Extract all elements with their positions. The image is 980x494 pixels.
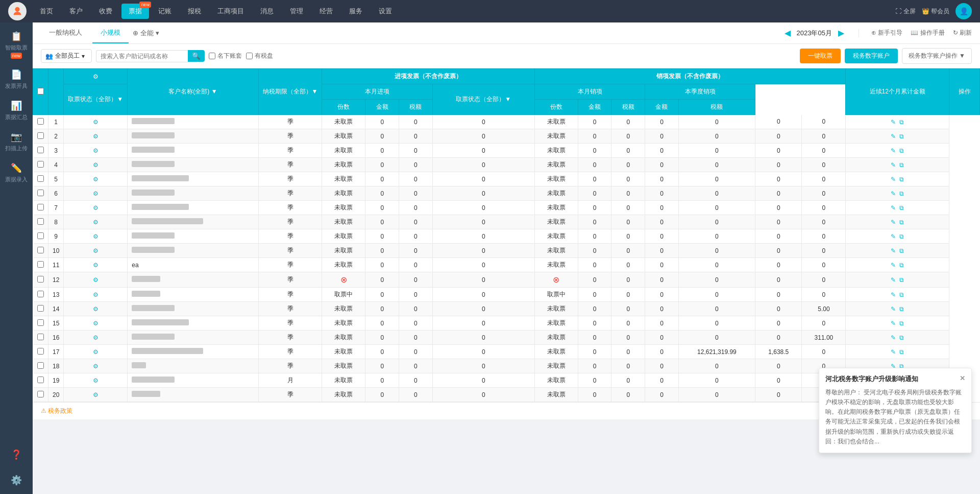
nav-messages[interactable]: 消息 xyxy=(253,4,281,19)
tax-policy-link[interactable]: ⚠ 税务政策 xyxy=(41,407,72,415)
nav-tickets[interactable]: 票据 new xyxy=(121,4,149,19)
nav-customer[interactable]: 客户 xyxy=(62,4,90,19)
row-checkbox[interactable] xyxy=(37,232,44,239)
row-checkbox[interactable] xyxy=(37,334,44,340)
row-copy-btn[interactable]: ⧉ xyxy=(899,233,904,240)
row-checkbox[interactable] xyxy=(37,247,44,253)
row-copy-btn[interactable]: ⧉ xyxy=(899,219,904,226)
row-checkbox[interactable] xyxy=(37,175,44,182)
refresh-btn[interactable]: ↻ 刷新 xyxy=(953,29,972,37)
row-copy-btn[interactable]: ⧉ xyxy=(899,291,904,298)
employee-select[interactable]: 👥 全部员工 ▾ xyxy=(41,49,92,63)
tax-digital-account-btn[interactable]: 税务数字账户 xyxy=(845,49,898,63)
nav-management[interactable]: 管理 xyxy=(283,4,310,19)
row-checkbox[interactable] xyxy=(37,118,44,125)
notification-close-btn[interactable]: ✕ xyxy=(960,374,965,384)
row-edit-btn[interactable]: ✎ xyxy=(891,219,896,226)
row-edit-btn[interactable]: ✎ xyxy=(891,291,896,298)
nav-accounting[interactable]: 记账 xyxy=(151,4,179,19)
search-button[interactable]: 🔍 xyxy=(188,50,205,62)
nav-billing[interactable]: 收费 xyxy=(92,4,119,19)
row-checkbox[interactable] xyxy=(37,305,44,312)
tab-small-scale[interactable]: 小规模 xyxy=(92,23,129,43)
row-edit-btn[interactable]: ✎ xyxy=(891,147,896,154)
date-prev-btn[interactable]: ◀ xyxy=(782,26,793,40)
sidebar-item-ticket-summary[interactable]: 📊 票据汇总 xyxy=(2,96,31,125)
row-edit-btn[interactable]: ✎ xyxy=(891,262,896,269)
row-checkbox[interactable] xyxy=(37,391,44,397)
row-copy-btn[interactable]: ⧉ xyxy=(899,334,904,341)
checkbox-accounts[interactable]: 名下账套 xyxy=(209,52,242,60)
sidebar-item-invoice-issue[interactable]: 📄 发票开具 xyxy=(2,65,31,94)
sidebar-item-settings-bottom[interactable]: ⚙️ xyxy=(2,471,31,490)
nav-tax[interactable]: 报税 xyxy=(181,4,208,19)
row-edit-btn[interactable]: ✎ xyxy=(891,119,896,126)
row-copy-btn[interactable]: ⧉ xyxy=(899,176,904,183)
tax-disk-checkbox[interactable] xyxy=(246,53,253,59)
row-copy-btn[interactable]: ⧉ xyxy=(899,247,904,254)
date-next-btn[interactable]: ▶ xyxy=(836,26,846,40)
row-copy-btn[interactable]: ⧉ xyxy=(899,204,904,211)
row-copy-btn[interactable]: ⧉ xyxy=(899,147,904,154)
row-copy-btn[interactable]: ⧉ xyxy=(899,276,904,284)
row-checkbox[interactable] xyxy=(37,261,44,268)
checkbox-tax-disk[interactable]: 有税盘 xyxy=(246,52,273,60)
row-copy-btn[interactable]: ⧉ xyxy=(899,320,904,327)
row-checkbox[interactable] xyxy=(37,161,44,168)
th-fetch-status-in[interactable]: 取票状态（全部）▼ xyxy=(64,84,128,115)
new-user-guide[interactable]: ⊕ 新手引导 xyxy=(871,29,902,37)
user-avatar[interactable]: 👤 xyxy=(955,3,972,19)
vip-btn[interactable]: 👑 帮会员 xyxy=(922,7,949,16)
fullscreen-btn[interactable]: ⛶ 全屏 xyxy=(895,7,915,16)
sidebar-item-help[interactable]: ❓ xyxy=(2,445,31,464)
sidebar-item-ticket-entry[interactable]: ✏️ 票据录入 xyxy=(2,158,31,187)
row-edit-btn[interactable]: ✎ xyxy=(891,348,896,356)
row-edit-btn[interactable]: ✎ xyxy=(891,334,896,341)
tab-general-taxpayer[interactable]: 一般纳税人 xyxy=(41,23,90,43)
nav-settings[interactable]: 设置 xyxy=(372,4,399,19)
search-input[interactable] xyxy=(96,50,188,62)
row-edit-btn[interactable]: ✎ xyxy=(891,276,896,284)
th-customer-name[interactable]: 客户名称(全部) ▼ xyxy=(128,69,258,115)
row-checkbox[interactable] xyxy=(37,319,44,326)
sidebar-item-smart-ticket[interactable]: 📋 智能取票 new xyxy=(2,27,31,63)
th-tax-period[interactable]: 纳税期限（全部）▼ xyxy=(258,69,322,115)
row-edit-btn[interactable]: ✎ xyxy=(891,133,896,140)
sidebar-item-scan-upload[interactable]: 📷 扫描上传 xyxy=(2,127,31,156)
row-copy-btn[interactable]: ⧉ xyxy=(899,305,904,313)
nav-services[interactable]: 服务 xyxy=(342,4,370,19)
nav-operations[interactable]: 经营 xyxy=(312,4,340,19)
row-copy-btn[interactable]: ⧉ xyxy=(899,119,904,126)
row-checkbox[interactable] xyxy=(37,190,44,196)
row-copy-btn[interactable]: ⧉ xyxy=(899,190,904,197)
row-copy-btn[interactable]: ⧉ xyxy=(899,133,904,140)
row-checkbox[interactable] xyxy=(37,291,44,297)
row-edit-btn[interactable]: ✎ xyxy=(891,305,896,313)
nav-home[interactable]: 首页 xyxy=(33,4,60,19)
row-checkbox[interactable] xyxy=(37,132,44,139)
row-checkbox[interactable] xyxy=(37,377,44,383)
tax-digital-ops-btn[interactable]: 税务数字账户操作 ▼ xyxy=(902,48,972,64)
row-checkbox[interactable] xyxy=(37,348,44,355)
row-edit-btn[interactable]: ✎ xyxy=(891,204,896,211)
operation-manual[interactable]: 📖 操作手册 xyxy=(911,29,944,37)
row-copy-btn[interactable]: ⧉ xyxy=(899,161,904,169)
row-edit-btn[interactable]: ✎ xyxy=(891,320,896,327)
row-edit-btn[interactable]: ✎ xyxy=(891,233,896,240)
select-all-checkbox[interactable] xyxy=(37,88,44,95)
row-checkbox[interactable] xyxy=(37,276,44,283)
row-edit-btn[interactable]: ✎ xyxy=(891,161,896,169)
row-copy-btn[interactable]: ⧉ xyxy=(899,348,904,356)
row-edit-btn[interactable]: ✎ xyxy=(891,190,896,197)
nav-business[interactable]: 工商项目 xyxy=(210,4,251,19)
row-edit-btn[interactable]: ✎ xyxy=(891,247,896,254)
row-checkbox[interactable] xyxy=(37,204,44,210)
row-checkbox[interactable] xyxy=(37,362,44,369)
row-checkbox[interactable] xyxy=(37,147,44,153)
accounts-checkbox[interactable] xyxy=(209,53,215,59)
row-copy-btn[interactable]: ⧉ xyxy=(899,262,904,269)
th-fetch-status-out[interactable]: 取票状态（全部）▼ xyxy=(432,84,534,115)
one-click-ticket-btn[interactable]: 一键取票 xyxy=(800,49,841,63)
row-edit-btn[interactable]: ✎ xyxy=(891,176,896,183)
tab-all-capable[interactable]: ⊕全能 ▾ xyxy=(133,29,159,38)
